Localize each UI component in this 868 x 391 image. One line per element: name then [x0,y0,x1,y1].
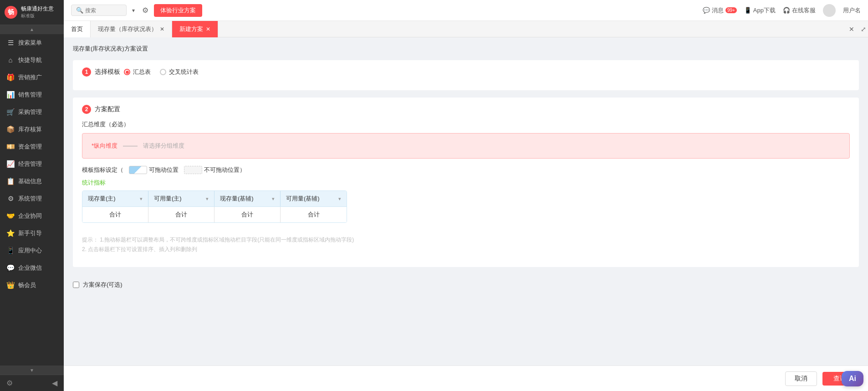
sidebar-item-app-center[interactable]: 📱 应用中心 [0,242,64,259]
tab-home[interactable]: 首页 [64,21,91,37]
tips-area: 提示： 1.拖动标题栏可以调整布局，不可跨维度或指标区域拖动栏目字段(只能在同一… [82,232,850,260]
stats-col-2[interactable]: 可用量(主) ▾ [148,191,214,206]
main-area: 🔍 ▾ ⚙ 体验行业方案 💬 消息 99+ 📱 App下载 🎧 在线客服 用户名 [64,0,868,391]
app-download-button[interactable]: 📱 App下载 [744,6,776,15]
chevron-down-icon-2: ▾ [206,196,209,202]
sidebar-item-quick-nav[interactable]: ⌂ 快捷导航 [0,51,64,69]
cooperation-icon: 🤝 [6,212,15,220]
logo-text: 畅康通好生意 标准版 [21,5,54,19]
gift-icon: 🎁 [6,73,15,82]
sidebar-item-label: 搜索菜单 [18,39,42,47]
trial-button[interactable]: 体验行业方案 [154,4,202,17]
stats-col-3[interactable]: 现存量(基辅) ▾ [214,191,281,206]
window-controls: ✕ ⤢ [847,25,868,34]
tab-inventory-close[interactable]: ✕ [160,26,164,32]
app-logo: 畅 畅康通好生意 标准版 [0,0,64,25]
search-menu-icon: ☰ [6,39,15,47]
settings-icon[interactable]: ⚙ [6,379,13,387]
dim-required-label: 汇总维度（必选） [82,120,850,129]
stats-col-1[interactable]: 现存量(主) ▾ [82,191,148,206]
save-checkbox[interactable] [73,282,79,288]
nodrag-label: 不可拖动位置） [204,166,245,174]
section2-num: 2 [82,105,91,114]
tabbar: 首页 现存量（库存状况表） ✕ 新建方案 ✕ ✕ ⤢ [64,21,868,37]
chevron-down-icon-3: ▾ [272,196,275,202]
sidebar-item-label: 畅会员 [18,281,36,289]
sidebar-scroll-down[interactable]: ▼ [0,365,64,375]
sidebar-item-sales[interactable]: 📊 销售管理 [0,86,64,103]
draggable-box [129,166,147,174]
save-option-row: 方案保存(可选) [73,274,859,289]
online-service-button[interactable]: 🎧 在线客服 [783,6,816,15]
sidebar-item-marketing[interactable]: 🎁 营销推广 [0,69,64,86]
sidebar-item-cooperation[interactable]: 🤝 企业协同 [0,207,64,225]
stats-cell-2: 合计 [148,207,214,222]
logo-icon: 畅 [5,6,17,19]
message-button[interactable]: 💬 消息 99+ [703,6,737,15]
dim-placeholder-text: 请选择分组维度 [143,142,184,150]
sidebar-item-label: 销售管理 [18,91,42,99]
stats-cell-3: 合计 [214,207,281,222]
search-icon: 🔍 [76,7,83,14]
stats-col-3-label: 现存量(基辅) [220,195,254,203]
sidebar-item-base-info[interactable]: 📋 基础信息 [0,173,64,190]
tip-2: 2. 点击标题栏下拉可设置排序、插入列和删除列 [82,246,850,253]
radio-summary[interactable]: 汇总表 [124,68,151,76]
bottom-bar: 取消 查询 [64,365,868,391]
collapse-icon[interactable]: ◀ [52,379,57,387]
section1-header: 1 选择模板 汇总表 交叉统计表 [82,67,850,77]
sidebar-item-wechat[interactable]: 💬 企业微信 [0,259,64,277]
tab-new-plan-close[interactable]: ✕ [206,26,210,32]
gear-icon[interactable]: ⚙ [142,6,148,15]
member-icon: 👑 [6,281,15,289]
tab-inventory-status[interactable]: 现存量（库存状况表） ✕ [91,21,172,37]
stats-table: 现存量(主) ▾ 可用量(主) ▾ 现存量(基辅) ▾ 可用量(基辅) ▾ [82,190,347,223]
sidebar-scroll-up[interactable]: ▲ [0,25,64,34]
stats-table-header: 现存量(主) ▾ 可用量(主) ▾ 现存量(基辅) ▾ 可用量(基辅) ▾ [82,191,347,206]
search-input[interactable] [85,7,122,14]
chevron-down-icon-4: ▾ [338,196,341,202]
guide-icon: ⭐ [6,229,15,237]
sidebar-item-label: 采购管理 [18,108,42,116]
sidebar-item-finance[interactable]: 💴 资金管理 [0,138,64,155]
content-area: 现存量(库存状况表)方案设置 1 选择模板 汇总表 交叉统计表 [64,37,868,365]
list-icon: 📋 [6,177,15,185]
sidebar-item-search-menu[interactable]: ☰ 搜索菜单 [0,34,64,51]
sidebar: 畅 畅康通好生意 标准版 ▲ ☰ 搜索菜单 ⌂ 快捷导航 🎁 营销推广 📊 销售… [0,0,64,391]
stats-col-4[interactable]: 可用量(基辅) ▾ [281,191,347,206]
sidebar-item-label: 企业协同 [18,212,42,220]
wechat-icon: 💬 [6,264,15,272]
sidebar-item-purchase[interactable]: 🛒 采购管理 [0,103,64,121]
indicator-label: 模板指标设定（ [82,166,123,174]
sidebar-item-label: 快捷导航 [18,56,42,64]
cancel-button[interactable]: 取消 [785,371,817,386]
radio-cross[interactable]: 交叉统计表 [160,68,199,76]
chevron-down-icon-1: ▾ [140,196,143,202]
tip-1: 提示： 1.拖动标题栏可以调整布局，不可跨维度或指标区域拖动栏目字段(只能在同一… [82,236,850,244]
ai-badge[interactable]: Ai [842,371,863,386]
sidebar-item-label: 新手引导 [18,229,42,237]
section1-title: 选择模板 [95,68,120,76]
tab-new-plan[interactable]: 新建方案 ✕ [172,21,218,37]
section-plan-config: 2 方案配置 汇总维度（必选） *纵向维度 —— 请选择分组维度 模板指标设定（… [73,98,859,267]
maximize-window-button[interactable]: ⤢ [859,25,868,34]
dim-selection-box[interactable]: *纵向维度 —— 请选择分组维度 [82,133,850,159]
search-bar[interactable]: 🔍 [71,5,127,16]
sidebar-item-system[interactable]: ⚙ 系统管理 [0,190,64,207]
chart-icon: 📊 [6,91,15,99]
sidebar-item-label: 基础信息 [18,177,42,185]
sidebar-item-label: 经营管理 [18,160,42,168]
close-window-button[interactable]: ✕ [847,25,856,34]
save-label: 方案保存(可选) [83,281,123,289]
dim-required-text: *纵向维度 [92,142,117,150]
stats-cell-4: 合计 [281,207,347,222]
sidebar-item-new-guide[interactable]: ⭐ 新手引导 [0,225,64,242]
home-icon: ⌂ [6,56,15,64]
sidebar-item-member[interactable]: 👑 畅会员 [0,277,64,294]
section-choose-template: 1 选择模板 汇总表 交叉统计表 [73,60,859,90]
stats-label: 统计指标 [82,179,850,187]
dropdown-icon[interactable]: ▾ [132,7,135,14]
sidebar-item-operations[interactable]: 📈 经营管理 [0,155,64,173]
stats-col-4-label: 可用量(基辅) [286,195,320,203]
sidebar-item-inventory[interactable]: 📦 库存核算 [0,121,64,138]
